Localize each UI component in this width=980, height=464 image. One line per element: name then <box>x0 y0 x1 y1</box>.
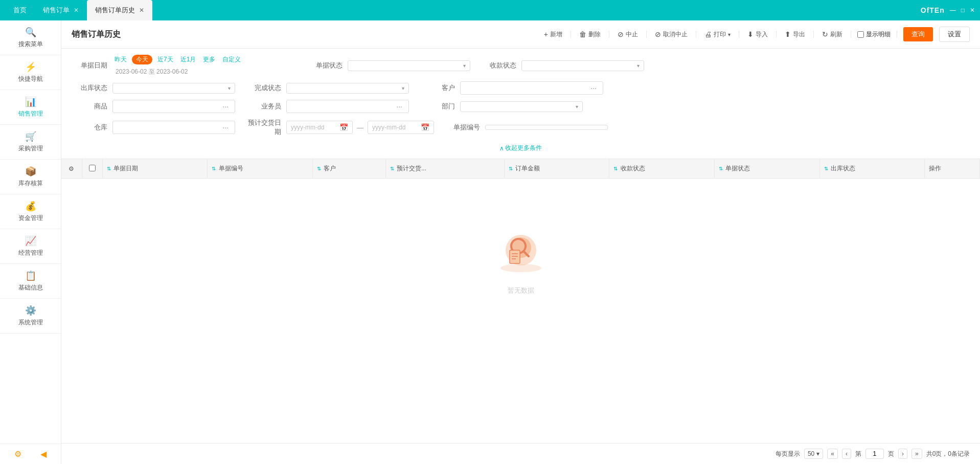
th-date[interactable]: ⇅ 单据日期 <box>102 159 208 179</box>
sidebar-item-inventory[interactable]: 📦 库存核算 <box>0 160 61 194</box>
th-outbound-status[interactable]: ⇅ 出库状态 <box>819 159 925 179</box>
th-order-no[interactable]: ⇅ 单据编号 <box>208 159 313 179</box>
sidebar-item-sys-mgmt[interactable]: ⚙️ 系统管理 <box>0 299 61 334</box>
tab-sales-order-close[interactable]: ✕ <box>74 7 79 14</box>
tab-sales-order[interactable]: 销售订单 ✕ <box>35 0 87 20</box>
window-close-btn[interactable]: ✕ <box>970 7 975 14</box>
product-input[interactable]: ··· <box>112 100 235 113</box>
prev-page-btn[interactable]: ‹ <box>842 449 851 459</box>
shortcut-more[interactable]: 更多 <box>201 55 217 64</box>
table-settings-icon[interactable]: ⚙ <box>69 165 74 172</box>
outbound-status-select[interactable]: ▾ <box>112 83 235 94</box>
customer-dots-btn[interactable]: ··· <box>588 84 599 92</box>
sidebar-item-sales-mgmt[interactable]: 📊 销售管理 <box>0 90 61 125</box>
print-label: 打印 <box>714 30 726 39</box>
th-outbound-sort-icon: ⇅ <box>824 166 828 171</box>
order-no-label: 单据编号 <box>444 123 485 132</box>
shortcut-today[interactable]: 今天 <box>132 55 152 64</box>
th-payment-status[interactable]: ⇅ 收款状态 <box>609 159 715 179</box>
completion-status-select[interactable]: ▾ <box>286 83 409 94</box>
sidebar-item-search-menu[interactable]: 🔍 搜索菜单 <box>0 20 61 55</box>
first-page-btn[interactable]: « <box>827 449 838 459</box>
sidebar-item-finance-label: 资金管理 <box>18 214 43 223</box>
display-detail-toggle[interactable]: 显示明细 <box>857 30 891 39</box>
shortcut-last7[interactable]: 近7天 <box>155 55 175 64</box>
sidebar-item-purchase-mgmt[interactable]: 🛒 采购管理 <box>0 125 61 160</box>
collapse-btn[interactable]: ∧ 收起更多条件 <box>499 144 542 152</box>
filter-row-3: 商品 ··· 业务员 ··· 部门 ▾ <box>72 100 970 113</box>
import-button[interactable]: ⬇ 导入 <box>745 29 770 40</box>
delivery-date-label: 预计交货日期 <box>245 118 286 137</box>
query-button[interactable]: 查询 <box>903 27 933 41</box>
page-size-label: 每页显示 <box>776 450 800 458</box>
order-no-input[interactable] <box>485 125 608 130</box>
window-maximize-btn[interactable]: □ <box>961 7 965 14</box>
delivery-date-end-calendar-icon[interactable]: 📅 <box>421 123 429 131</box>
stop-button[interactable]: ⊘ 中止 <box>616 29 640 40</box>
th-customer[interactable]: ⇅ 客户 <box>312 159 385 179</box>
th-amount-sort-icon: ⇅ <box>509 166 513 171</box>
payment-status-select[interactable]: ▾ <box>521 60 644 71</box>
page-size-select[interactable]: 50 ▾ <box>804 449 823 459</box>
shortcut-custom[interactable]: 自定义 <box>220 55 243 64</box>
th-amount[interactable]: ⇅ 订单金额 <box>504 159 609 179</box>
tab-sales-order-history-label: 销售订单历史 <box>95 6 135 15</box>
pagination-bar: 每页显示 50 ▾ « ‹ 第 页 › » 共0页，0条记录 <box>61 443 980 464</box>
current-page-input[interactable] <box>865 449 884 459</box>
new-label: 新增 <box>550 30 562 39</box>
th-delivery-date[interactable]: ⇅ 预计交货... <box>385 159 504 179</box>
filter-row-2: 出库状态 ▾ 完成状态 ▾ 客户 ··· <box>72 81 970 95</box>
sidebar-item-operations[interactable]: 📈 经营管理 <box>0 229 61 264</box>
warehouse-dots-btn[interactable]: ··· <box>220 123 231 131</box>
shortcut-last1month[interactable]: 近1月 <box>178 55 198 64</box>
order-status-select[interactable]: ▾ <box>348 60 470 71</box>
export-button[interactable]: ⬆ 导出 <box>783 29 807 40</box>
cancel-stop-button[interactable]: ⊘ 取消中止 <box>653 29 690 40</box>
delete-button[interactable]: 🗑 删除 <box>577 29 603 40</box>
tab-sales-order-history-close[interactable]: ✕ <box>139 7 144 14</box>
customer-input[interactable]: ··· <box>460 81 603 95</box>
page-size-arrow-icon: ▾ <box>816 450 819 457</box>
stop-label: 中止 <box>626 30 638 39</box>
sidebar-settings-btn[interactable]: ⚙ <box>14 449 21 459</box>
sidebar-item-quick-nav[interactable]: ⚡ 快捷导航 <box>0 55 61 90</box>
table-area: ⚙ ⇅ 单据日期 ⇅ 单据编号 <box>61 159 980 443</box>
delivery-date-start-calendar-icon[interactable]: 📅 <box>339 123 348 131</box>
delivery-date-end-input[interactable]: yyyy-mm-dd 📅 <box>368 121 434 134</box>
new-button[interactable]: + 新增 <box>542 29 564 40</box>
completion-status-label: 完成状态 <box>245 83 286 93</box>
salesperson-dots-btn[interactable]: ··· <box>394 102 404 111</box>
new-icon: + <box>544 30 548 38</box>
th-delivery-label: 预计交货... <box>397 165 426 172</box>
th-customer-label: 客户 <box>324 165 336 172</box>
sidebar-collapse-btn[interactable]: ◀ <box>40 449 47 459</box>
export-icon: ⬆ <box>785 30 791 38</box>
sidebar-item-finance[interactable]: 💰 资金管理 <box>0 194 61 229</box>
next-page-btn[interactable]: › <box>898 449 907 459</box>
sidebar-item-base-info[interactable]: 📋 基础信息 <box>0 264 61 299</box>
sidebar-item-search-menu-label: 搜索菜单 <box>18 40 43 49</box>
filter-row-4: 仓库 ··· 预计交货日期 yyyy-mm-dd 📅 — yyyy-mm-dd … <box>72 118 970 137</box>
refresh-button[interactable]: ↻ 刷新 <box>820 29 845 40</box>
content-area: 销售订单历史 + 新增 🗑 删除 ⊘ 中止 ⊘ <box>61 20 980 464</box>
department-select[interactable]: ▾ <box>460 101 583 112</box>
th-date-sort-icon: ⇅ <box>107 166 111 171</box>
display-detail-checkbox[interactable] <box>857 31 864 38</box>
import-icon: ⬇ <box>747 30 754 38</box>
th-settings[interactable]: ⚙ <box>61 159 82 179</box>
select-all-checkbox[interactable] <box>89 165 96 171</box>
salesperson-input[interactable]: ··· <box>286 100 409 113</box>
th-checkbox[interactable] <box>82 159 102 179</box>
setting-button[interactable]: 设置 <box>939 27 970 42</box>
tab-home[interactable]: 首页 <box>5 0 35 20</box>
window-minimize-btn[interactable]: — <box>950 7 956 14</box>
shortcut-yesterday[interactable]: 昨天 <box>112 55 129 64</box>
th-order-status[interactable]: ⇅ 单据状态 <box>714 159 819 179</box>
last-page-btn[interactable]: » <box>911 449 922 459</box>
product-dots-btn[interactable]: ··· <box>220 102 231 111</box>
warehouse-input[interactable]: ··· <box>112 121 235 134</box>
delivery-date-start-input[interactable]: yyyy-mm-dd 📅 <box>286 121 353 134</box>
tab-sales-order-history[interactable]: 销售订单历史 ✕ <box>87 0 152 20</box>
th-date-label: 单据日期 <box>113 165 138 172</box>
print-button[interactable]: 🖨 打印 ▾ <box>702 29 733 40</box>
